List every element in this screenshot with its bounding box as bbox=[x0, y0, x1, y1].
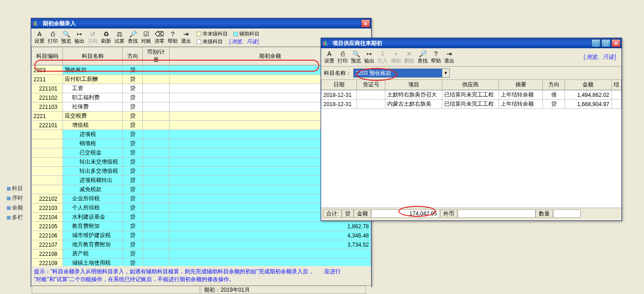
col-header[interactable]: 科目编码 bbox=[32, 47, 63, 65]
subject-label: 科目名称： bbox=[324, 69, 351, 77]
col-header[interactable]: 币别/计量 bbox=[143, 47, 169, 65]
table-row[interactable]: 221101工资贷79,824.00 bbox=[32, 84, 371, 93]
table-row[interactable]: 2018-12-31内蒙古土默右旗美已结算尚未完工工程上年结转余额贷1,668,… bbox=[322, 100, 621, 109]
table-row[interactable]: 进项税额转出贷413.57 bbox=[32, 176, 371, 185]
toolbtn-刷新[interactable]: ♻刷新 bbox=[100, 29, 113, 46]
table-row[interactable]: 222102企业所得税贷 bbox=[32, 194, 371, 204]
toolbtn-退出[interactable]: ⇥退出 bbox=[443, 49, 456, 66]
amount-value: 174,042.95 bbox=[371, 209, 440, 218]
window-supplier-opening: 项目供应商往来期初 _ □ × A设置⎙打印🔍预览↦输出⇩引入+增加✕删除🔎查找… bbox=[321, 38, 622, 221]
amount-label: 金额 bbox=[354, 209, 371, 218]
col-header[interactable]: 日期 bbox=[322, 80, 357, 90]
toolbtn-查找[interactable]: 🔎查找 bbox=[126, 29, 139, 46]
toolbtn-方向: ↺方向 bbox=[86, 29, 99, 46]
table-row[interactable]: 222101增值税贷21.85 bbox=[32, 121, 371, 130]
table-row[interactable]: 转出多交增值税贷-60,991.95 bbox=[32, 167, 371, 176]
col-header[interactable]: 结 bbox=[611, 80, 621, 90]
col-header[interactable]: 凭证号 bbox=[357, 80, 385, 90]
col-header[interactable]: 供应商 bbox=[442, 80, 498, 90]
col-header[interactable]: 摘要 bbox=[498, 80, 543, 90]
toolbtn-输出[interactable]: ↦输出 bbox=[73, 29, 86, 46]
foreign-value bbox=[458, 209, 536, 218]
toolbtn-帮助[interactable]: ?帮助 bbox=[166, 29, 179, 46]
toolbtn-打印[interactable]: ⎙打印 bbox=[336, 49, 349, 66]
col-header[interactable]: 项目 bbox=[385, 80, 442, 90]
legend: 非末级科目辅助科目末级科目⌠浏览、只读⌡ bbox=[197, 30, 260, 45]
detail-grid[interactable]: 日期凭证号项目供应商摘要方向金额结 2018-12-31土默特右旗美岱召大已结算… bbox=[321, 79, 621, 208]
subject-value: 2203 预收账款 bbox=[354, 69, 442, 77]
table-row[interactable]: 已交税金贷-1,121,495.22 bbox=[32, 148, 371, 158]
subject-row: 科目名称： 2203 预收账款 ▼ bbox=[321, 67, 621, 79]
table-row[interactable]: 221103社保费贷3,007.62 bbox=[32, 102, 371, 112]
toolbtn-设置[interactable]: A设置 bbox=[323, 49, 336, 66]
hint-action-link[interactable]: 应进行 bbox=[324, 268, 341, 275]
side-nav: 科目 序时 余额 多栏 bbox=[7, 184, 23, 222]
side-nav-item: 余额 bbox=[7, 203, 23, 213]
window-title: 项目供应商往来期初 bbox=[333, 40, 382, 46]
table-row[interactable]: 2203预收账款贷4,820,977.14 bbox=[32, 66, 371, 75]
table-row[interactable]: 222106城市维护建设税贷4,346.48 bbox=[32, 231, 371, 240]
titlebar[interactable]: 期初余额录入 × bbox=[31, 18, 371, 28]
footer-totals: 合计: 贷 金额 174,042.95 外币 数量 bbox=[321, 208, 621, 219]
table-row[interactable]: 减免税款贷-280.00 bbox=[32, 185, 371, 194]
foreign-label: 外币 bbox=[440, 209, 458, 218]
col-header[interactable]: 科目名称 bbox=[63, 47, 123, 65]
window-title: 期初余额录入 bbox=[43, 20, 76, 27]
svg-rect-1 bbox=[35, 21, 36, 26]
total-dir: 贷 bbox=[342, 209, 354, 218]
table-row[interactable]: 转出未交增值税贷-903,150.85 bbox=[32, 158, 371, 167]
col-header[interactable]: 金额 bbox=[565, 80, 611, 90]
total-label: 合计: bbox=[323, 209, 342, 218]
table-row[interactable]: 2221应交税费贷8,428.27 bbox=[32, 112, 371, 121]
toolbtn-设置[interactable]: A设置 bbox=[33, 29, 46, 46]
svg-rect-3 bbox=[323, 42, 325, 46]
toolbtn-删除: ✕删除 bbox=[403, 49, 416, 66]
table-row[interactable]: 2018-12-31土默特右旗美岱召大已结算尚未完工工程上年结转余额借1,494… bbox=[322, 90, 621, 100]
toolbtn-增加: +增加 bbox=[390, 49, 402, 66]
close-button[interactable]: × bbox=[361, 19, 370, 28]
maximize-button[interactable]: □ bbox=[601, 39, 610, 47]
toolbar: A设置⎙打印🔍预览↦输出⇩引入+增加✕删除🔎查找?帮助⇥退出⌠浏览、只读⌡ bbox=[321, 48, 621, 67]
titlebar[interactable]: 项目供应商往来期初 _ □ × bbox=[321, 38, 621, 48]
col-header[interactable]: 方向 bbox=[123, 47, 143, 65]
table-row[interactable]: 222107地方教育费附加贷3,734.52 bbox=[32, 240, 371, 249]
chevron-down-icon[interactable]: ▼ bbox=[442, 69, 449, 77]
toolbtn-打印[interactable]: ⎙打印 bbox=[46, 29, 59, 46]
toolbar: A设置⎙打印🔍预览↦输出↺方向♻刷新⚖试算🔎查找☑对账⌫清零?帮助⇥退出非末级科… bbox=[31, 28, 371, 47]
close-button[interactable]: × bbox=[611, 39, 621, 47]
toolbtn-对账[interactable]: ☑对账 bbox=[140, 29, 153, 46]
toolbtn-帮助[interactable]: ?帮助 bbox=[429, 49, 442, 66]
table-row[interactable]: 222108房产税贷 bbox=[32, 249, 371, 259]
table-row[interactable]: 进项税贷-301,337.57 bbox=[32, 130, 371, 139]
side-nav-item: 多栏 bbox=[7, 213, 23, 222]
app-icon bbox=[33, 20, 40, 27]
toolbtn-引入: ⇩引入 bbox=[376, 49, 389, 66]
svg-rect-5 bbox=[327, 43, 328, 45]
toolbtn-预览[interactable]: 🔍预览 bbox=[60, 29, 73, 46]
toolbtn-退出[interactable]: ⇥退出 bbox=[180, 29, 192, 46]
table-row[interactable]: 222103个人所得税贷-2,637.94 bbox=[32, 204, 371, 213]
svg-rect-2 bbox=[37, 23, 38, 26]
minimize-button[interactable]: _ bbox=[591, 39, 600, 47]
col-header[interactable]: 方向 bbox=[543, 80, 565, 90]
statusbar: 期初：2019年01月 bbox=[31, 285, 371, 294]
table-row[interactable]: 222104水利建设基金贷 bbox=[32, 213, 371, 222]
toolbtn-预览[interactable]: 🔍预览 bbox=[350, 49, 362, 66]
balance-grid[interactable]: 科目编码科目名称方向币别/计量期初余额 2203预收账款贷4,820,977.1… bbox=[31, 47, 371, 266]
svg-rect-4 bbox=[325, 41, 326, 46]
side-nav-item: 科目 bbox=[7, 184, 23, 193]
table-row[interactable]: 2211应付职工薪酬贷82,687.62 bbox=[32, 75, 371, 84]
table-row[interactable]: 销项税贷2,386,863.87 bbox=[32, 139, 371, 148]
toolbtn-查找[interactable]: 🔎查找 bbox=[416, 49, 429, 66]
subject-combo[interactable]: 2203 预收账款 ▼ bbox=[353, 68, 450, 78]
app-icon bbox=[323, 40, 329, 46]
table-row[interactable]: 221102职工福利费贷-144.00 bbox=[32, 93, 371, 102]
side-nav-item: 序时 bbox=[7, 193, 23, 203]
table-row[interactable]: 222105教育费附加贷1,862.78 bbox=[32, 222, 371, 231]
toolbtn-输出[interactable]: ↦输出 bbox=[363, 49, 376, 66]
toolbtn-试算[interactable]: ⚖试算 bbox=[113, 29, 126, 46]
toolbtn-清零[interactable]: ⌫清零 bbox=[153, 29, 166, 46]
qty-value bbox=[553, 209, 581, 218]
svg-rect-0 bbox=[34, 22, 35, 26]
table-row[interactable]: 222109城镇土地使用税贷 bbox=[32, 259, 371, 266]
